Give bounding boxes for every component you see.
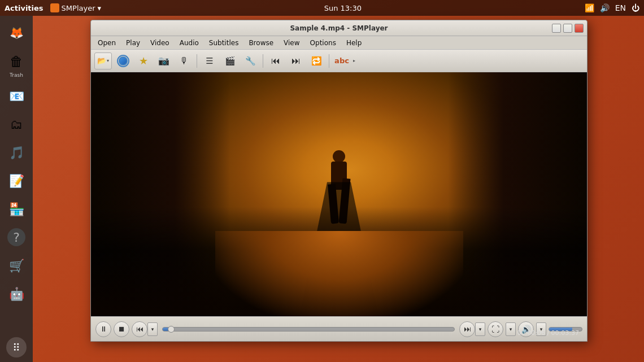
trash-icon: 🗑 [6, 51, 27, 72]
activities-button[interactable]: Activities [5, 4, 43, 12]
menu-open[interactable]: Open [93, 38, 120, 48]
microphone-icon: 🎙 [180, 55, 189, 66]
rewind-dropdown-button[interactable]: ▾ [147, 322, 158, 336]
forward-group: ⏭ ▾ [459, 321, 485, 337]
toolbar-repeat-button[interactable]: 🔁 [307, 53, 325, 69]
volume-icon[interactable]: 🔊 [600, 3, 610, 12]
controls-bar: ⏸ ⏹ ⏮ ▾ ⏭ [91, 316, 587, 341]
pause-button[interactable]: ⏸ [95, 321, 111, 337]
toolbar-separator-1 [197, 54, 197, 68]
rewind-icon: ⏮ [136, 325, 143, 333]
sidebar-item-firefox[interactable]: 🦊 [4, 20, 29, 45]
forward-dropdown-button[interactable]: ▾ [475, 322, 485, 336]
stop-button[interactable]: ⏹ [114, 321, 129, 337]
menu-help[interactable]: Help [342, 38, 366, 48]
video-scene [91, 72, 587, 316]
time-display: 00:00:06 / 00:03:37 [515, 328, 581, 338]
playlist-icon: ☰ [206, 56, 213, 66]
sidebar-item-writer[interactable]: 📝 [4, 168, 29, 193]
toolbar-prev-button[interactable]: ⏮ [267, 53, 285, 69]
rewind-button[interactable]: ⏮ [132, 321, 147, 337]
forward-button[interactable]: ⏭ [459, 321, 475, 337]
menu-browse[interactable]: Browse [244, 38, 278, 48]
stop-icon: ⏹ [118, 325, 125, 333]
menu-bar: Open Play Video Audio Subtitles Browse V… [91, 36, 587, 50]
video-icon: 🎬 [225, 56, 236, 66]
toolbar-tools-button[interactable]: 🔧 [241, 53, 259, 69]
toolbar-separator-2 [263, 54, 263, 68]
trash-label: Trash [10, 72, 23, 78]
window-title: Sample 4.mp4 - SMPlayer [94, 24, 584, 32]
progress-thumb [168, 326, 175, 333]
sidebar-item-music[interactable]: 🎵 [4, 140, 29, 165]
repeat-icon: 🔁 [311, 56, 322, 66]
prev-icon: ⏮ [271, 55, 280, 66]
wifi-icon[interactable]: 📶 [585, 3, 594, 12]
panel-clock: Sun 13:30 [101, 4, 585, 12]
keyboard-layout-icon[interactable]: EN [615, 3, 626, 12]
minimize-button[interactable] [552, 24, 561, 33]
progress-bar[interactable] [162, 327, 455, 332]
menu-video[interactable]: Video [146, 38, 174, 48]
camera-icon: 📷 [158, 55, 169, 66]
maximize-button[interactable] [563, 24, 572, 33]
globe-icon [117, 55, 129, 67]
video-area[interactable] [91, 72, 587, 316]
open-folder-icon: 📂 [97, 56, 106, 65]
open-dropdown-arrow: ▾ [107, 58, 109, 63]
rewind-dropdown-arrow: ▾ [151, 326, 154, 332]
dock-apps-grid-button[interactable]: ⠿ [6, 337, 27, 357]
menu-play[interactable]: Play [121, 38, 145, 48]
window-controls [552, 24, 584, 33]
sidebar-item-amazon[interactable]: 🛒 [4, 253, 29, 278]
floor-highlight [215, 231, 463, 316]
top-panel: Activities SMPlayer ▾ Sun 13:30 📶 🔊 EN ⏻ [0, 0, 644, 16]
app-menu-label[interactable]: SMPlayer [62, 4, 95, 12]
toolbar-next-button[interactable]: ⏭ [287, 53, 305, 69]
panel-system-tray: 📶 🔊 EN ⏻ [585, 3, 639, 12]
fullscreen-dropdown-arrow: ▾ [510, 326, 512, 332]
menu-subtitles[interactable]: Subtitles [204, 38, 243, 48]
sidebar-item-robot[interactable]: 🤖 [4, 281, 29, 306]
menu-options[interactable]: Options [306, 38, 341, 48]
toolbar-globe-button[interactable] [114, 53, 132, 69]
sidebar-item-help[interactable]: ? [4, 225, 29, 250]
toolbar-video-icon-button[interactable]: 🎬 [221, 53, 239, 69]
title-bar: Sample 4.mp4 - SMPlayer [91, 20, 587, 36]
fullscreen-button[interactable]: ⛶ [488, 321, 503, 337]
menu-view[interactable]: View [279, 38, 304, 48]
fullscreen-icon: ⛶ [491, 325, 499, 334]
toolbar-subtitle-sync-button[interactable]: abc [333, 53, 351, 69]
sidebar-item-appstore[interactable]: 🏪 [4, 197, 29, 221]
toolbar-favorites-button[interactable]: ★ [134, 53, 153, 69]
toolbar-record-button[interactable]: 🎙 [175, 53, 193, 69]
person-head [333, 150, 345, 163]
smplayer-window: Sample 4.mp4 - SMPlayer Open Play Video … [90, 20, 588, 342]
smplayer-taskbar-icon [50, 3, 59, 12]
open-recent-button[interactable]: 📂 ▾ [94, 53, 112, 69]
tools-icon: 🔧 [245, 56, 256, 66]
sidebar-dock: 🦊 🗑 Trash 📧 🗂 🎵 📝 🏪 ? 🛒 🤖 [0, 16, 33, 362]
subtitle-sync-icon: abc [334, 56, 349, 65]
desktop: Activities SMPlayer ▾ Sun 13:30 📶 🔊 EN ⏻… [0, 0, 644, 362]
app-menu[interactable]: SMPlayer ▾ [50, 3, 101, 12]
close-button[interactable] [575, 24, 584, 33]
sidebar-item-files[interactable]: 🗂 [4, 112, 29, 137]
toolbar-separator-3 [329, 54, 329, 68]
toolbar-playlist-button[interactable]: ☰ [201, 53, 219, 69]
toolbar-screenshot-button[interactable]: 📷 [155, 53, 173, 69]
fullscreen-dropdown-button[interactable]: ▾ [506, 322, 516, 336]
pause-icon: ⏸ [100, 325, 107, 333]
next-icon: ⏭ [291, 55, 301, 66]
menu-audio[interactable]: Audio [175, 38, 203, 48]
power-icon[interactable]: ⏻ [632, 3, 639, 12]
toolbar-overflow-arrow[interactable]: ▸ [353, 58, 355, 63]
forward-icon: ⏭ [464, 325, 471, 333]
rewind-group: ⏮ ▾ [132, 321, 158, 337]
forward-dropdown-arrow: ▾ [479, 326, 482, 332]
toolbar: 📂 ▾ ★ 📷 🎙 ☰ 🎬 [91, 50, 587, 72]
star-icon: ★ [139, 55, 148, 67]
sidebar-item-email[interactable]: 📧 [4, 84, 29, 108]
sidebar-item-trash[interactable]: 🗑 Trash [4, 49, 29, 80]
